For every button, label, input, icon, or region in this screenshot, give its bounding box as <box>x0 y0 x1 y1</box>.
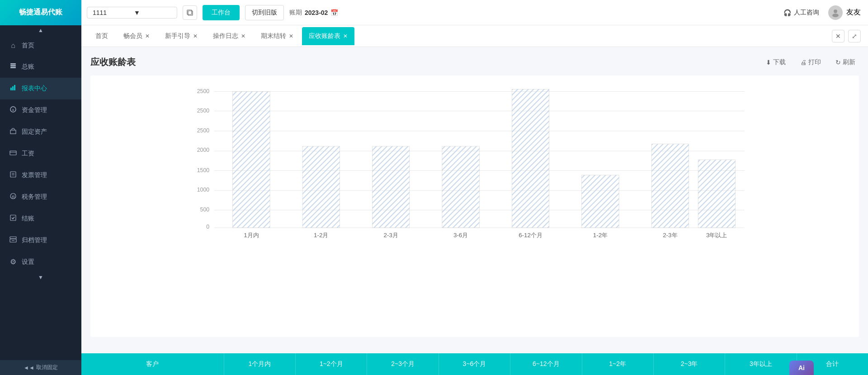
sidebar-item-assets[interactable]: 固定资产 <box>0 121 81 143</box>
sidebar-item-home[interactable]: ⌂ 首页 <box>0 35 81 56</box>
reports-icon <box>9 84 17 93</box>
tab-aging[interactable]: 应收账龄表 ✕ <box>302 27 354 45</box>
ai-badge[interactable]: Ai <box>789 361 814 375</box>
expand-tab-button[interactable]: ⤢ <box>848 30 861 42</box>
copy-button[interactable] <box>183 5 197 20</box>
cancel-pin-button[interactable]: ◄◄ 取消固定 <box>0 360 81 375</box>
svg-rect-8 <box>12 86 14 90</box>
switch-version-button[interactable]: 切到旧版 <box>245 5 284 20</box>
svg-text:2000: 2000 <box>197 147 210 153</box>
sidebar-item-settings[interactable]: ⚙ 设置 <box>0 251 81 272</box>
page-actions: ⬇ 下载 🖨 打印 ↻ 刷新 <box>762 56 859 68</box>
top-bar: 畅捷通易代账 1111 ▼ 工作台 切到旧版 账期 2023-02 📅 🎧 人工… <box>0 0 868 25</box>
table-col-2-3month: 2~3个月 <box>367 353 439 375</box>
sidebar-label-assets: 固定资产 <box>22 128 47 136</box>
tab-close-period-end[interactable]: ✕ <box>289 33 293 39</box>
sidebar-item-tax[interactable]: 税 税务管理 <box>0 186 81 208</box>
table-col-1-2month: 1~2个月 <box>296 353 367 375</box>
svg-text:税: 税 <box>12 195 15 198</box>
tabs-bar: 首页 畅会员 ✕ 新手引导 ✕ 操作日志 ✕ 期末结转 ✕ 应收账龄表 ✕ <box>81 25 868 47</box>
funds-icon: ¥ <box>9 106 17 115</box>
sidebar-item-funds[interactable]: ¥ 资金管理 <box>0 99 81 121</box>
tab-close-guide[interactable]: ✕ <box>193 33 198 39</box>
page-title: 应收账龄表 <box>90 56 136 68</box>
sidebar-label-salary: 工资 <box>22 150 34 158</box>
svg-text:1000: 1000 <box>197 187 210 193</box>
page-header: 应收账龄表 ⬇ 下载 🖨 打印 ↻ 刷新 <box>90 56 859 68</box>
headphone-icon: 🎧 <box>783 9 791 16</box>
period-area: 账期 2023-02 📅 <box>289 9 338 17</box>
tax-icon: 税 <box>9 192 17 202</box>
workbench-button[interactable]: 工作台 <box>203 5 240 20</box>
tab-member[interactable]: 畅会员 ✕ <box>117 27 156 45</box>
tab-close-aging[interactable]: ✕ <box>343 33 348 39</box>
svg-rect-7 <box>10 88 12 90</box>
sidebar-label-tax: 税务管理 <box>22 193 47 201</box>
period-label: 账期 <box>289 9 302 17</box>
table-col-2-3year: 2~3年 <box>654 353 725 375</box>
svg-point-2 <box>834 9 837 13</box>
sidebar-item-checkout[interactable]: 结账 <box>0 208 81 230</box>
tab-home[interactable]: 首页 <box>89 27 115 45</box>
invoice-icon <box>9 171 17 180</box>
svg-rect-45 <box>582 175 619 228</box>
sidebar-item-archive[interactable]: 归档管理 <box>0 230 81 251</box>
svg-rect-4 <box>10 63 16 65</box>
archive-icon <box>9 236 17 245</box>
download-button[interactable]: ⬇ 下载 <box>762 56 789 68</box>
svg-text:2-3月: 2-3月 <box>384 232 398 239</box>
sidebar-item-reports[interactable]: 报表中心 <box>0 78 81 99</box>
svg-rect-42 <box>373 146 410 228</box>
company-name: 1111 <box>93 9 130 16</box>
svg-text:6-12个月: 6-12个月 <box>519 232 542 239</box>
sidebar-scroll-up[interactable]: ▲ <box>0 25 81 35</box>
top-right: 🎧 人工咨询 友友 <box>783 5 861 20</box>
tab-oplog[interactable]: 操作日志 ✕ <box>206 27 252 45</box>
calendar-icon[interactable]: 📅 <box>330 9 338 16</box>
svg-text:2500: 2500 <box>197 127 210 134</box>
user-area[interactable]: 友友 <box>828 5 861 20</box>
svg-text:1-2月: 1-2月 <box>314 232 328 239</box>
tab-close-oplog[interactable]: ✕ <box>241 33 245 39</box>
user-avatar <box>828 5 843 20</box>
copy-icon <box>186 9 193 16</box>
svg-rect-40 <box>233 91 270 228</box>
sidebar-label-invoice: 发票管理 <box>22 171 47 179</box>
company-selector[interactable]: 1111 ▼ <box>87 7 177 19</box>
svg-rect-21 <box>10 237 16 239</box>
table-col-1-2year: 1~2年 <box>582 353 654 375</box>
svg-text:2500: 2500 <box>197 88 210 94</box>
table-col-3plus-year: 3年以上 <box>725 353 797 375</box>
svg-point-3 <box>832 14 839 17</box>
svg-rect-9 <box>14 85 15 90</box>
tab-guide[interactable]: 新手引导 ✕ <box>158 27 204 45</box>
table-col-6-12month: 6~12个月 <box>510 353 582 375</box>
refresh-button[interactable]: ↻ 刷新 <box>832 56 859 68</box>
user-name: 友友 <box>846 8 861 17</box>
bar-chart: 2500 2500 2500 2000 1500 1000 500 0 <box>99 84 850 243</box>
sidebar-label-funds: 资金管理 <box>22 106 47 114</box>
print-button[interactable]: 🖨 打印 <box>797 56 825 68</box>
svg-rect-43 <box>442 146 479 228</box>
table-col-customer: 客户 <box>81 353 224 375</box>
sidebar-label-settings: 设置 <box>22 258 34 266</box>
consult-button[interactable]: 🎧 人工咨询 <box>783 9 819 17</box>
svg-text:3年以上: 3年以上 <box>706 232 727 239</box>
svg-rect-46 <box>651 144 689 228</box>
logo-text: 畅捷通易代账 <box>19 8 62 17</box>
tab-close-member[interactable]: ✕ <box>145 33 150 39</box>
svg-text:1-2年: 1-2年 <box>593 232 608 239</box>
sidebar-item-salary[interactable]: 工资 <box>0 143 81 164</box>
svg-text:1500: 1500 <box>197 167 210 173</box>
sidebar-item-invoice[interactable]: 发票管理 <box>0 164 81 186</box>
sidebar-item-ledger[interactable]: 总账 <box>0 56 81 78</box>
close-tab-button[interactable]: ✕ <box>832 30 844 42</box>
chevron-down-icon: ▼ <box>134 9 171 16</box>
print-icon: 🖨 <box>800 59 807 66</box>
sidebar-scroll-down[interactable]: ▼ <box>0 272 81 282</box>
svg-rect-20 <box>10 215 16 220</box>
svg-text:3-6月: 3-6月 <box>453 232 468 239</box>
svg-rect-6 <box>10 67 16 68</box>
tab-period-end[interactable]: 期末结转 ✕ <box>254 27 300 45</box>
table-col-1month: 1个月内 <box>224 353 296 375</box>
